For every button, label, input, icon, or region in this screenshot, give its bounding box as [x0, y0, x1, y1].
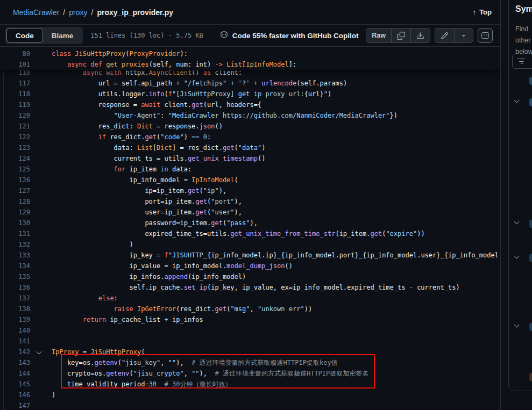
- edit-actions-group: [435, 28, 473, 43]
- line-number[interactable]: 130: [0, 218, 30, 228]
- raw-button[interactable]: Raw: [366, 28, 391, 42]
- code-line: 137 else:: [0, 293, 500, 304]
- line-number[interactable]: 136: [0, 282, 30, 293]
- up-arrow-icon: ↑: [472, 8, 476, 17]
- line-number[interactable]: 131: [0, 228, 30, 239]
- line-number[interactable]: 144: [0, 368, 30, 379]
- line-number[interactable]: 146: [0, 390, 30, 400]
- code-line-text: ip_info_model = IpInfoModel(: [30, 175, 238, 185]
- download-icon: [416, 32, 424, 40]
- line-number[interactable]: 147: [0, 400, 30, 410]
- code-line-text: ip_key = f"JISUHTTP_{ip_info_model.ip}_{…: [30, 250, 499, 261]
- line-number[interactable]: 117: [0, 78, 30, 89]
- edit-button[interactable]: [435, 28, 454, 42]
- code-line: 123 data: List[Dict] = res_dict.get("dat…: [0, 142, 500, 153]
- code-line-text: data: List[Dict] = res_dict.get("data"): [30, 142, 265, 153]
- line-number[interactable]: 125: [0, 164, 30, 175]
- line-number[interactable]: 123: [0, 142, 30, 153]
- code-line: 133 ip_key = f"JISUHTTP_{ip_info_model.i…: [0, 250, 500, 261]
- file-actions: Raw: [366, 28, 493, 43]
- code-line: 129 user=ip_item.get("user"),: [0, 207, 500, 218]
- symbol-chip[interactable]: [529, 77, 532, 85]
- code-line-text: "User-Agent": "MediaCrawler https://gith…: [30, 110, 398, 121]
- copy-button[interactable]: [391, 28, 410, 42]
- line-number[interactable]: 128: [0, 196, 30, 207]
- code-line: 136 self.ip_cache.set_ip(ip_key, ip_valu…: [0, 282, 500, 293]
- line-number[interactable]: 137: [0, 293, 30, 304]
- line-number[interactable]: 143: [0, 357, 30, 368]
- symbols-filter-input[interactable]: [512, 54, 532, 69]
- code-symbols-icon: ‹›: [481, 32, 489, 39]
- code-line: 120 "User-Agent": "MediaCrawler https://…: [0, 110, 500, 121]
- code-line: 141: [0, 336, 500, 347]
- symbols-panel-toggle-button[interactable]: ‹›: [478, 28, 493, 43]
- pencil-icon: [441, 32, 449, 40]
- code-line-text: if res_dict.get("code") == 0:: [30, 132, 211, 142]
- code-line-text: class JiSuHttpProxy(ProxyProvider):: [30, 48, 188, 59]
- symbol-chip[interactable]: [529, 254, 532, 262]
- tab-code[interactable]: Code: [6, 28, 43, 43]
- code-line-text: password=ip_item.get("pass"),: [30, 218, 258, 228]
- line-number[interactable]: 119: [0, 99, 30, 110]
- back-to-top-button[interactable]: ↑ Top: [472, 8, 492, 17]
- code-line: 128 port=ip_item.get("port"),: [0, 196, 500, 207]
- line-number[interactable]: 124: [0, 153, 30, 164]
- line-number[interactable]: 121: [0, 121, 30, 132]
- line-number[interactable]: 142: [0, 347, 30, 357]
- breadcrumb: MediaCrawler / proxy / proxy_ip_provider…: [13, 8, 173, 17]
- code-line: 146): [0, 390, 500, 400]
- breadcrumb-separator: /: [91, 8, 93, 17]
- code-line-text: user=ip_item.get("user"),: [30, 207, 242, 218]
- code-line-text: url = self.api_path + "/fetchips" + '?' …: [30, 78, 347, 89]
- line-number[interactable]: 135: [0, 271, 30, 282]
- symbol-chip[interactable]: [529, 98, 532, 106]
- code-line-text: ip=ip_item.get("ip"),: [30, 185, 226, 196]
- code-line: 142IpProxy = JiSuHttpProxy(: [0, 347, 500, 357]
- line-number[interactable]: 120: [0, 110, 30, 121]
- line-number[interactable]: 134: [0, 261, 30, 271]
- code-line: 101 async def get_proxies(self, num: int…: [0, 59, 500, 70]
- line-number[interactable]: 118: [0, 89, 30, 99]
- symbol-chip[interactable]: [529, 323, 532, 331]
- symbol-chip[interactable]: [529, 220, 532, 228]
- filter-icon: [517, 59, 526, 64]
- download-button[interactable]: [410, 28, 430, 42]
- line-number[interactable]: 140: [0, 325, 30, 336]
- code-line: 117 url = self.api_path + "/fetchips" + …: [0, 78, 500, 89]
- raw-actions-group: Raw: [366, 28, 430, 43]
- line-number[interactable]: 139: [0, 314, 30, 325]
- line-number[interactable]: 141: [0, 336, 30, 347]
- file-meta-info: 151 lines (130 loc) · 5.75 KB: [90, 32, 203, 39]
- code-line: 135 ip_infos.append(ip_info_model): [0, 271, 500, 282]
- file-content-region: MediaCrawler / proxy / proxy_ip_provider…: [0, 0, 501, 410]
- code-blame-switch: Code Blame: [5, 27, 83, 44]
- breadcrumb-file-name: proxy_ip_provider.py: [97, 8, 173, 17]
- code-line-text: for ip_item in data:: [30, 164, 191, 175]
- symbols-panel-heading: Sym: [515, 4, 532, 14]
- line-number[interactable]: 133: [0, 250, 30, 261]
- line-number[interactable]: 80: [0, 48, 30, 59]
- line-number[interactable]: 132: [0, 239, 30, 250]
- line-number[interactable]: 129: [0, 207, 30, 218]
- line-number[interactable]: 122: [0, 132, 30, 142]
- code-line: 132 ): [0, 239, 500, 250]
- symbol-chip[interactable]: [529, 373, 532, 381]
- line-number[interactable]: 145: [0, 379, 30, 390]
- code-line: 80class JiSuHttpProxy(ProxyProvider):: [0, 48, 500, 59]
- code-line: 124 current_ts = utils.get_unix_timestam…: [0, 153, 500, 164]
- code-line-text: current_ts = utils.get_unix_timestamp(): [30, 153, 265, 164]
- edit-dropdown-button[interactable]: [454, 28, 473, 42]
- code-line: 140: [0, 325, 500, 336]
- symbols-panel-description: Find other below: [515, 24, 532, 57]
- tab-blame[interactable]: Blame: [43, 28, 82, 43]
- line-number[interactable]: 138: [0, 304, 30, 314]
- code-line: 145 time_validity_period=30 # 30分钟（最长时效）: [0, 379, 500, 390]
- code-line: 138 raise IpGetError(res_dict.get("msg",…: [0, 304, 500, 314]
- line-number[interactable]: 101: [0, 59, 30, 70]
- line-number[interactable]: 127: [0, 185, 30, 196]
- code-line: 121 res_dict: Dict = response.json(): [0, 121, 500, 132]
- breadcrumb-folder-link[interactable]: proxy: [69, 8, 87, 17]
- symbols-desc-line: Find: [515, 24, 532, 35]
- line-number[interactable]: 126: [0, 175, 30, 185]
- breadcrumb-repo-link[interactable]: MediaCrawler: [13, 8, 59, 17]
